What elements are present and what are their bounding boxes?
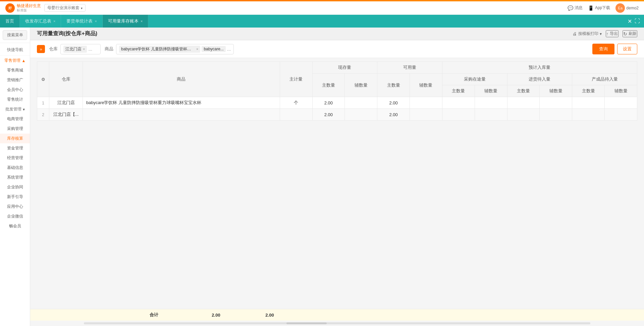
sidebar-item-marketing[interactable]: 营销推广 xyxy=(0,75,30,85)
search-menu-button[interactable]: 搜索菜单 xyxy=(3,30,27,40)
row-1-purchase-aux xyxy=(475,97,507,109)
settings-button[interactable]: 设置 xyxy=(617,44,637,54)
user-avatar-area[interactable]: Ea demo2 xyxy=(615,3,639,13)
tab-close-receipt[interactable] xyxy=(53,19,55,23)
row-2-avail-main: 2.00 xyxy=(377,109,410,121)
th-inbound-main: 主数量 xyxy=(507,85,540,97)
sidebar-item-wechat[interactable]: 企业微信 xyxy=(0,212,30,221)
product-filter-box[interactable]: babycare学饮杯 儿童防摔防撞吸管杯重力球吸嘴杯宝宝水杯 babycare… xyxy=(116,44,234,54)
row-1-inbound-main xyxy=(507,97,540,109)
logo-text: 畅捷通好生意 标准版 xyxy=(17,3,41,12)
filter-actions: 查询 设置 xyxy=(592,44,637,54)
logo-area: 好 畅捷通好生意 标准版 xyxy=(5,3,41,13)
product-more[interactable]: ... xyxy=(227,46,231,52)
tab-spacer xyxy=(148,15,624,28)
sidebar-item-inventory[interactable]: 库存核算 xyxy=(0,134,30,143)
sidebar-item-system[interactable]: 系统管理 xyxy=(0,173,30,182)
sidebar-item-retail[interactable]: 零售管理 ▲ xyxy=(0,56,30,65)
top-header: 好 畅捷通好生意 标准版 母婴行业演示账套 消息 App下载 Ea demo2 xyxy=(0,1,644,15)
page-header-actions: 按模板打印 导出 刷新 xyxy=(573,30,638,37)
filter-area: 仓库 江北门店 ... 商品 babycare学饮杯 儿童防摔防撞吸管杯重力球吸… xyxy=(30,40,644,58)
th-stock-main: 主数量 xyxy=(312,74,345,97)
tab-close-available[interactable] xyxy=(141,19,143,23)
warehouse-tag-close[interactable] xyxy=(83,47,85,51)
logo-icon: 好 xyxy=(5,3,15,13)
th-avail-main: 主数量 xyxy=(377,74,410,97)
product-tag-1-close[interactable] xyxy=(196,47,198,51)
export-button[interactable]: 导出 xyxy=(606,30,619,37)
sidebar-item-member-center[interactable]: 会员中心 xyxy=(0,85,30,95)
row-1-purchase-main xyxy=(442,97,475,109)
th-purchase-transit: 采购在途量 xyxy=(442,74,507,85)
footer-label: 合计 xyxy=(129,312,179,318)
row-2-stock-main: 2.00 xyxy=(312,109,345,121)
tab-available-stock[interactable]: 可用量库存账本 xyxy=(103,15,148,28)
tenant-selector[interactable]: 母婴行业演示账套 xyxy=(44,4,86,12)
close-all-tabs-icon[interactable]: ✕ xyxy=(628,18,632,25)
scrollbar-thumb[interactable] xyxy=(286,322,327,324)
th-purchase-main: 主数量 xyxy=(442,85,475,97)
table-row: 2 江北门店【... 2.00 2.00 xyxy=(37,109,637,121)
filter-toggle-button[interactable] xyxy=(37,45,45,53)
row-2-finished-main xyxy=(572,109,605,121)
th-inbound-pending: 进货待入量 xyxy=(507,74,572,85)
row-2-purchase-aux xyxy=(475,109,507,121)
th-current-stock-group: 现存量 xyxy=(312,62,377,74)
product-filter-group: 商品 babycare学饮杯 儿童防摔防撞吸管杯重力球吸嘴杯宝宝水杯 babyc… xyxy=(105,44,234,54)
row-2-stock-aux xyxy=(345,109,377,121)
sidebar-item-enterprise[interactable]: 企业协同 xyxy=(0,182,30,192)
sidebar-item-member[interactable]: 畅会员 xyxy=(0,221,30,231)
scrollbar-track[interactable] xyxy=(84,322,590,324)
sidebar-search-area: 搜索菜单 xyxy=(0,28,30,43)
query-button[interactable]: 查询 xyxy=(592,44,614,54)
settings-icon xyxy=(41,77,45,82)
scrollbar-area[interactable] xyxy=(30,321,644,326)
tab-order-stat[interactable]: 要货单统计表 xyxy=(61,15,102,28)
row-1-unit: 个 xyxy=(280,97,312,109)
sidebar-quick-nav[interactable]: 快捷导航 xyxy=(0,44,30,56)
sidebar-item-guide[interactable]: 新手引导 xyxy=(0,192,30,202)
app-download-button[interactable]: App下载 xyxy=(588,5,610,11)
row-2-unit xyxy=(280,109,312,121)
sidebar-item-purchase[interactable]: 采购管理 xyxy=(0,124,30,134)
tab-home[interactable]: 首页 xyxy=(0,15,20,28)
row-1-product: babycare学饮杯 儿童防摔防撞吸管杯重力球吸嘴杯宝宝水杯 xyxy=(83,97,280,109)
tenant-dropdown-icon xyxy=(81,6,83,10)
sidebar-item-operations[interactable]: 经营管理 xyxy=(0,153,30,163)
footer-stock-main: 2.00 xyxy=(203,313,229,318)
main-layout: 搜索菜单 快捷导航 零售管理 ▲ 零售商城 营销推广 会员中心 零售统计 批发管… xyxy=(0,28,644,326)
row-1-avail-aux xyxy=(410,97,442,109)
row-2-warehouse: 江北门店【... xyxy=(49,109,83,121)
warehouse-filter-box[interactable]: 江北门店 ... xyxy=(60,44,101,54)
row-1-inbound-aux xyxy=(540,97,572,109)
table-footer: 合计 2.00 2.00 xyxy=(30,309,644,321)
row-1-avail-main: 2.00 xyxy=(377,97,410,109)
th-settings[interactable] xyxy=(37,62,49,97)
table-area: 仓库 商品 主计量 现存量 可用量 预计入库量 主数量 辅数量 主数量 辅数量 … xyxy=(30,58,644,309)
chat-button[interactable]: 消息 xyxy=(568,5,583,11)
row-1-stock-aux xyxy=(345,97,377,109)
page-title: 可用量查询(按仓库+商品) xyxy=(37,30,97,37)
content-area: 可用量查询(按仓库+商品) 按模板打印 导出 刷新 xyxy=(30,28,644,326)
expand-icon xyxy=(40,46,42,52)
row-2-inbound-main xyxy=(507,109,540,121)
template-print-button[interactable]: 按模板打印 xyxy=(573,31,602,37)
row-1-stock-main: 2.00 xyxy=(312,97,345,109)
row-2-inbound-aux xyxy=(540,109,572,121)
refresh-button[interactable]: 刷新 xyxy=(623,30,637,37)
sidebar-item-retail-stat[interactable]: 零售统计 xyxy=(0,95,30,104)
tab-receipt-summary[interactable]: 收发存汇总表 xyxy=(20,15,61,28)
sidebar-item-app-center[interactable]: 应用中心 xyxy=(0,202,30,212)
expand-tabs-icon[interactable]: ⛶ xyxy=(635,18,640,24)
warehouse-more[interactable]: ... xyxy=(88,46,92,52)
sidebar-item-ecommerce[interactable]: 电商管理 xyxy=(0,114,30,124)
row-1-finished-main xyxy=(572,97,605,109)
tab-close-order[interactable] xyxy=(95,19,97,23)
sidebar-item-retail-mall[interactable]: 零售商城 xyxy=(0,65,30,75)
refresh-icon xyxy=(623,31,627,37)
row-2-num: 2 xyxy=(37,109,49,121)
sidebar-item-basic[interactable]: 基础信息 xyxy=(0,163,30,173)
sidebar-item-finance[interactable]: 资金管理 xyxy=(0,143,30,153)
sidebar-item-wholesale[interactable]: 批发管理 ▾ xyxy=(0,104,30,114)
app-icon xyxy=(588,5,594,11)
